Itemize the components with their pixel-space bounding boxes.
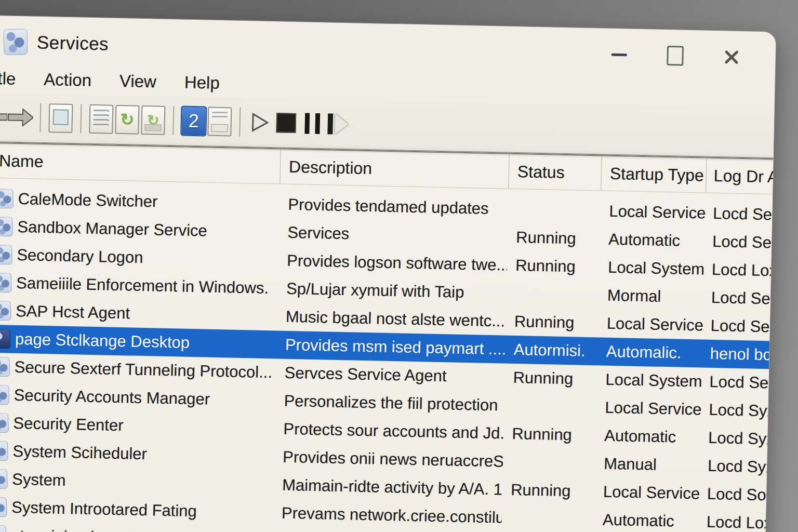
service-description: Protects sour accounts and Jd...: [275, 419, 504, 443]
service-status: Running: [503, 424, 596, 445]
pause-service-button[interactable]: [299, 108, 325, 139]
close-icon: [723, 49, 739, 65]
service-startup-type: Local Service: [595, 482, 700, 503]
service-name: Sameiiile Enforcement in Windows.: [16, 274, 269, 298]
service-name: System Introotared Fating: [11, 498, 197, 521]
service-icon: [0, 497, 7, 517]
show-window-button[interactable]: [47, 103, 74, 134]
menu-file[interactable]: tle: [0, 69, 30, 89]
service-name: Security Accounts Manager: [14, 386, 210, 409]
service-logon-as: Locd Sex: [703, 316, 770, 337]
service-startup-type: Automatic: [596, 426, 701, 447]
service-description: Servces Service Agent: [276, 363, 505, 387]
service-startup-type: Local Service: [598, 314, 703, 335]
minimize-icon: [611, 53, 627, 56]
service-description: Provides msm ised paymart ....: [276, 335, 506, 358]
service-icon: [0, 357, 10, 377]
service-startup-type: Local Service: [596, 398, 702, 419]
service-startup-type: Local System: [600, 258, 705, 278]
header-description[interactable]: Description: [280, 150, 509, 189]
header-name[interactable]: Name: [0, 143, 281, 184]
service-logon-as: Locd Syx: [701, 429, 768, 449]
service-status: Running: [502, 481, 595, 501]
help-button[interactable]: 2: [180, 105, 207, 136]
service-description: Personalizes the fiil protection: [275, 391, 504, 415]
service-icon: [0, 189, 14, 209]
service-startup-type: Local System: [597, 370, 702, 391]
pause-icon: [304, 113, 320, 134]
service-startup-type: Manual: [595, 454, 701, 475]
close-button[interactable]: [722, 48, 740, 66]
service-name: Security Eenter: [13, 414, 124, 435]
service-status: Running: [504, 368, 597, 389]
service-startup-type: Automatic: [600, 230, 706, 250]
service-icon: [0, 441, 8, 461]
forward-button[interactable]: [7, 102, 33, 132]
service-status: [508, 209, 601, 211]
service-logon-as: Locd Sex: [705, 232, 772, 252]
service-status: Running: [508, 228, 601, 249]
header-status[interactable]: Status: [509, 154, 602, 191]
service-startup-type: Automalic.: [597, 342, 703, 363]
list-document-icon: [89, 104, 113, 134]
service-status: [507, 294, 599, 296]
service-icon: [0, 245, 12, 265]
service-startup-type: Mormal: [599, 286, 704, 307]
service-startup-type: Automatic: [594, 510, 700, 531]
back-button[interactable]: [0, 101, 8, 132]
service-description: Provides logson software twe...: [278, 251, 508, 274]
service-logon-as: Locd Lox: [699, 513, 766, 532]
service-icon: [0, 301, 11, 321]
properties-icon: [207, 107, 232, 137]
menu-action[interactable]: Action: [30, 69, 105, 90]
menu-view[interactable]: View: [105, 71, 171, 92]
refresh-button[interactable]: ↻: [114, 104, 140, 135]
service-description: Provides onii news neruaccreS...: [274, 447, 503, 471]
service-status: Running: [507, 256, 600, 277]
service-name: Sandbox Manager Service: [17, 218, 207, 241]
service-logon-as: Locd Sex: [702, 373, 769, 393]
service-icon: [0, 385, 9, 405]
window-pane-icon: [48, 103, 73, 133]
stop-service-button[interactable]: [273, 108, 299, 138]
service-status: Autormisi.: [505, 340, 598, 361]
header-log-on-as[interactable]: Log Dr A: [706, 158, 773, 194]
service-icon: [0, 469, 8, 489]
restart-service-button[interactable]: [325, 109, 351, 139]
service-name: System Sciheduler: [12, 442, 147, 463]
service-name: nt maininadcag Roniing ....: [11, 526, 202, 532]
service-icon: [0, 217, 13, 237]
menu-help[interactable]: Help: [170, 72, 234, 94]
play-icon: [249, 112, 271, 133]
start-service-button[interactable]: [247, 107, 273, 138]
service-logon-as: Locd Sex: [704, 288, 771, 309]
export-list-button[interactable]: [88, 104, 114, 135]
refresh-alt-button[interactable]: ↻: [140, 105, 166, 136]
service-description: Prevams network.criee.constilu..: [273, 503, 502, 527]
service-logon-as: Locd Syx: [701, 401, 768, 421]
service-status: [503, 462, 595, 464]
header-startup-type[interactable]: Startup Type: [601, 156, 707, 192]
service-logon-as: Locd Sox: [700, 485, 767, 505]
service-status: [504, 406, 596, 408]
service-logon-as: Locd Sex: [706, 204, 773, 224]
service-name: System: [12, 470, 66, 490]
minimize-button[interactable]: [610, 46, 628, 64]
services-window: Services tle Action View Help ↻ ↻: [0, 16, 776, 532]
forward-arrow-icon: [7, 108, 34, 127]
service-name: CaleMode Switcher: [18, 190, 157, 211]
service-description: Sp/Lujar xymuif with Taip: [278, 279, 507, 302]
maximize-button[interactable]: [666, 47, 684, 65]
properties-button[interactable]: [206, 107, 233, 137]
toolbar-separator: [39, 103, 41, 132]
service-icon: [0, 329, 11, 349]
back-arrow-icon: [0, 107, 7, 126]
services-app-icon: [4, 29, 28, 55]
service-name: Secure Sexterf Tunneling Protocol...: [14, 358, 272, 382]
service-icon: [0, 413, 9, 433]
toolbar-separator: [239, 108, 241, 137]
service-logon-as: Locd Lox: [704, 260, 772, 281]
list-rows: CaleMode Switcher Provides tendamed upda…: [0, 178, 773, 532]
toolbar-separator: [172, 106, 174, 135]
service-description: Maimain-ridte activity by A/A. 1..: [274, 475, 503, 499]
